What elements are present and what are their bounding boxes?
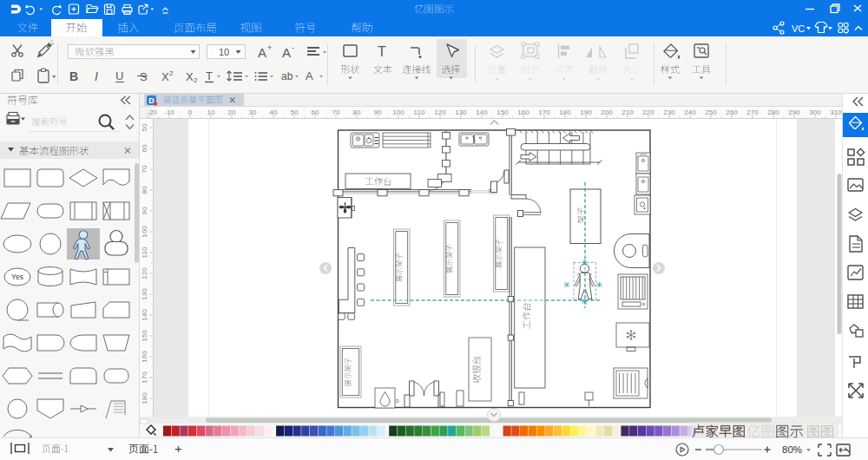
svg-text:170: 170 [538,108,550,116]
svg-text:110: 110 [414,108,425,116]
svg-text:30: 30 [249,108,257,116]
svg-text:120: 120 [434,108,446,116]
svg-text:170: 170 [141,371,148,384]
svg-text:90: 90 [141,207,148,214]
svg-text:0: 0 [188,108,193,116]
svg-text:200: 200 [601,108,613,116]
svg-text:70: 70 [332,108,340,116]
svg-text:50: 50 [141,123,148,131]
svg-text:130: 130 [455,108,467,116]
svg-text:130: 130 [141,288,148,300]
svg-text:70: 70 [141,165,148,173]
svg-text:40: 40 [270,108,278,116]
svg-text:90: 90 [374,108,382,116]
svg-text:-: - [292,43,294,52]
svg-text:I: I [95,69,98,83]
svg-text:140: 140 [141,309,148,321]
svg-text:240: 240 [684,108,696,116]
svg-text:-10: -10 [164,108,174,116]
svg-text:+: + [174,441,182,456]
svg-text:220: 220 [642,108,654,116]
svg-text:100: 100 [392,108,404,116]
svg-text:X: X [186,70,194,83]
svg-text:A: A [282,45,291,60]
svg-text:A: A [306,69,313,82]
svg-text:60: 60 [312,108,319,116]
svg-text:ab: ab [281,70,293,82]
svg-text:D: D [396,398,399,404]
svg-text:2: 2 [194,76,198,84]
svg-text:X: X [161,70,169,83]
svg-text:160: 160 [141,351,148,363]
svg-text:VC: VC [792,23,805,34]
svg-text:310: 310 [830,108,842,116]
svg-text:10: 10 [219,47,229,57]
svg-text:50: 50 [291,108,299,116]
svg-text:T: T [378,44,386,59]
svg-text:160: 160 [517,108,529,116]
svg-text:210: 210 [621,108,634,116]
svg-text:140: 140 [476,108,488,116]
svg-text:280: 280 [767,108,779,116]
svg-text:150: 150 [496,108,509,116]
svg-text:230: 230 [663,108,675,116]
svg-text:10: 10 [207,108,215,116]
svg-text:180: 180 [141,392,148,404]
svg-text:80%: 80% [782,444,802,455]
svg-text:S: S [140,70,148,83]
svg-text:270: 270 [746,108,759,116]
svg-text:T: T [206,69,213,82]
svg-text:290: 290 [788,108,800,116]
svg-text:2: 2 [169,69,174,77]
svg-text:120: 120 [141,267,148,279]
svg-text:80: 80 [353,108,361,116]
svg-text:100: 100 [141,226,148,238]
svg-text:B: B [69,69,78,83]
svg-text:60: 60 [141,144,148,152]
svg-text:250: 250 [705,108,717,116]
svg-text:20: 20 [228,108,236,116]
svg-text:180: 180 [559,108,571,116]
svg-text:-20: -20 [147,108,157,116]
svg-text:Yes: Yes [11,273,23,281]
svg-text:300: 300 [809,108,821,116]
svg-text:+: + [267,43,272,52]
svg-text:80: 80 [141,186,148,194]
svg-text:A: A [258,45,266,60]
svg-text:U: U [115,69,123,82]
svg-text:190: 190 [580,108,592,116]
svg-text:110: 110 [141,246,148,258]
svg-text:150: 150 [141,330,148,342]
svg-text:260: 260 [726,108,738,116]
